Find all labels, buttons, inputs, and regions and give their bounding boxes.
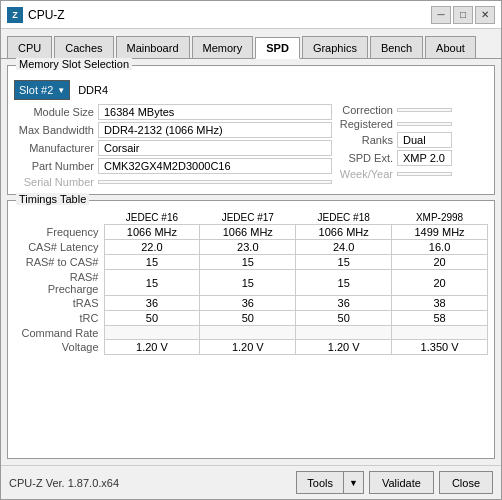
title-controls: ─ □ ✕	[431, 6, 495, 24]
close-button[interactable]: ✕	[475, 6, 495, 24]
footer: CPU-Z Ver. 1.87.0.x64 Tools ▼ Validate C…	[1, 465, 501, 499]
window-title: CPU-Z	[28, 8, 65, 22]
timing-cell-2-2: 15	[296, 255, 392, 270]
close-button-footer[interactable]: Close	[439, 471, 493, 494]
timing-row-label-1: CAS# Latency	[14, 240, 104, 255]
tab-memory[interactable]: Memory	[192, 36, 254, 58]
ranks-row: Ranks Dual	[338, 132, 488, 148]
serial-number-value	[98, 180, 332, 184]
slot-row: Slot #2 ▼ DDR4	[14, 80, 488, 100]
timing-cell-0-1: 1066 MHz	[200, 225, 296, 240]
main-content: Memory Slot Selection Slot #2 ▼ DDR4 Mod…	[1, 59, 501, 465]
timing-cell-4-3: 38	[392, 296, 488, 311]
title-bar-left: Z CPU-Z	[7, 7, 65, 23]
tools-dropdown-arrow-icon[interactable]: ▼	[344, 472, 363, 493]
tab-cpu[interactable]: CPU	[7, 36, 52, 58]
serial-number-row: Serial Number	[14, 176, 332, 188]
registered-label: Registered	[338, 118, 393, 130]
tools-button-label[interactable]: Tools	[297, 472, 344, 493]
timing-cell-0-3: 1499 MHz	[392, 225, 488, 240]
memory-slot-group-title: Memory Slot Selection	[16, 58, 132, 70]
timing-cell-5-1: 50	[200, 311, 296, 326]
timing-cell-2-0: 15	[104, 255, 200, 270]
spd-ext-value: XMP 2.0	[397, 150, 452, 166]
right-details: Correction Registered Ranks Dual SPD Ext…	[338, 104, 488, 188]
tools-button[interactable]: Tools ▼	[296, 471, 364, 494]
timing-cell-2-1: 15	[200, 255, 296, 270]
week-year-value	[397, 172, 452, 176]
timing-cell-5-0: 50	[104, 311, 200, 326]
timing-cell-4-0: 36	[104, 296, 200, 311]
validate-button[interactable]: Validate	[369, 471, 434, 494]
timing-row-label-3: RAS# Precharge	[14, 270, 104, 296]
correction-label: Correction	[338, 104, 393, 116]
manufacturer-row: Manufacturer Corsair	[14, 140, 332, 156]
manufacturer-value: Corsair	[98, 140, 332, 156]
timing-cell-7-1: 1.20 V	[200, 340, 296, 355]
timing-row-label-2: RAS# to CAS#	[14, 255, 104, 270]
main-window: Z CPU-Z ─ □ ✕ CPU Caches Mainboard Memor…	[0, 0, 502, 500]
week-year-label: Week/Year	[338, 168, 393, 180]
correction-row: Correction	[338, 104, 488, 116]
timing-cell-0-0: 1066 MHz	[104, 225, 200, 240]
timing-cell-1-2: 24.0	[296, 240, 392, 255]
spd-ext-row: SPD Ext. XMP 2.0	[338, 150, 488, 166]
tab-about[interactable]: About	[425, 36, 476, 58]
timing-row-label-0: Frequency	[14, 225, 104, 240]
dropdown-arrow-icon: ▼	[57, 86, 65, 95]
timing-cell-4-1: 36	[200, 296, 296, 311]
timings-group: Timings Table JEDEC #16 JEDEC #17 JEDEC …	[7, 200, 495, 459]
slot-dropdown[interactable]: Slot #2 ▼	[14, 80, 70, 100]
ranks-value: Dual	[397, 132, 452, 148]
col-header-jedec18: JEDEC #18	[296, 211, 392, 225]
timing-row-label-4: tRAS	[14, 296, 104, 311]
timing-cell-6-3	[392, 326, 488, 340]
registered-value	[397, 122, 452, 126]
timing-cell-0-2: 1066 MHz	[296, 225, 392, 240]
timing-cell-5-2: 50	[296, 311, 392, 326]
memory-slot-group: Memory Slot Selection Slot #2 ▼ DDR4 Mod…	[7, 65, 495, 195]
footer-buttons: Tools ▼ Validate Close	[296, 471, 493, 494]
app-icon: Z	[7, 7, 23, 23]
timing-cell-6-0	[104, 326, 200, 340]
timing-cell-3-2: 15	[296, 270, 392, 296]
col-header-jedec17: JEDEC #17	[200, 211, 296, 225]
correction-value	[397, 108, 452, 112]
maximize-button[interactable]: □	[453, 6, 473, 24]
timing-cell-3-3: 20	[392, 270, 488, 296]
timing-cell-1-0: 22.0	[104, 240, 200, 255]
tab-spd[interactable]: SPD	[255, 37, 300, 59]
minimize-button[interactable]: ─	[431, 6, 451, 24]
timing-cell-6-1	[200, 326, 296, 340]
timing-cell-2-3: 20	[392, 255, 488, 270]
timing-cell-7-0: 1.20 V	[104, 340, 200, 355]
timings-group-title: Timings Table	[16, 193, 89, 205]
max-bandwidth-row: Max Bandwidth DDR4-2132 (1066 MHz)	[14, 122, 332, 138]
timing-cell-4-2: 36	[296, 296, 392, 311]
part-number-row: Part Number CMK32GX4M2D3000C16	[14, 158, 332, 174]
timing-cell-3-1: 15	[200, 270, 296, 296]
tab-graphics[interactable]: Graphics	[302, 36, 368, 58]
left-details: Module Size 16384 MBytes Max Bandwidth D…	[14, 104, 332, 188]
timing-cell-6-2	[296, 326, 392, 340]
timing-row-label-7: Voltage	[14, 340, 104, 355]
tab-caches[interactable]: Caches	[54, 36, 113, 58]
week-year-row: Week/Year	[338, 168, 488, 180]
timing-cell-7-2: 1.20 V	[296, 340, 392, 355]
spd-ext-label: SPD Ext.	[338, 152, 393, 164]
version-label: CPU-Z Ver. 1.87.0.x64	[9, 477, 119, 489]
col-header-jedec16: JEDEC #16	[104, 211, 200, 225]
tab-mainboard[interactable]: Mainboard	[116, 36, 190, 58]
serial-number-label: Serial Number	[14, 176, 94, 188]
part-number-value: CMK32GX4M2D3000C16	[98, 158, 332, 174]
tab-bench[interactable]: Bench	[370, 36, 423, 58]
title-bar: Z CPU-Z ─ □ ✕	[1, 1, 501, 29]
max-bandwidth-value: DDR4-2132 (1066 MHz)	[98, 122, 332, 138]
module-size-value: 16384 MBytes	[98, 104, 332, 120]
timing-row-label-6: Command Rate	[14, 326, 104, 340]
part-number-label: Part Number	[14, 160, 94, 172]
max-bandwidth-label: Max Bandwidth	[14, 124, 94, 136]
timing-row-label-5: tRC	[14, 311, 104, 326]
col-header-empty	[14, 211, 104, 225]
timings-table: JEDEC #16 JEDEC #17 JEDEC #18 XMP-2998 F…	[14, 211, 488, 355]
